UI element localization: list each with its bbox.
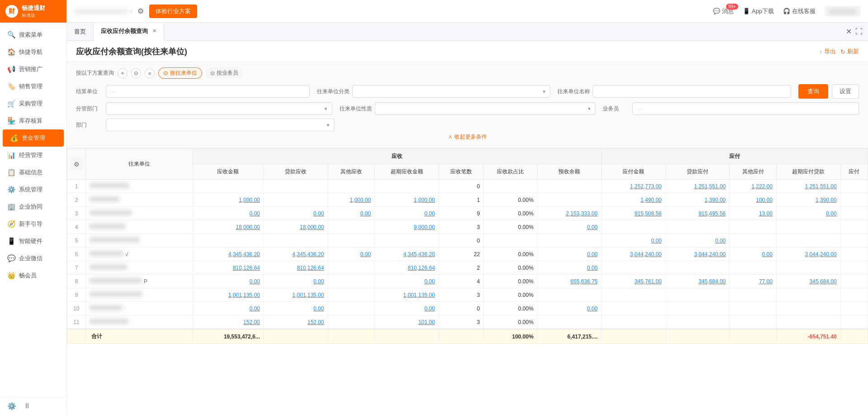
sidebar-label-hardware: 智能硬件 xyxy=(19,237,42,245)
top-header: › ⚙ 体验行业方案 💬 消息 99+ 📱 App下载 🎧 在线客服 xyxy=(67,0,868,23)
tabbar-expand-button[interactable]: ⛶ xyxy=(855,28,863,36)
header-right: 💬 消息 99+ 📱 App下载 🎧 在线客服 xyxy=(713,6,861,16)
sidebar-label-operation: 经营管理 xyxy=(19,151,42,159)
sidebar-item-marketing[interactable]: 📢营销推广 xyxy=(0,61,66,78)
scheme-add-button[interactable]: + xyxy=(118,68,127,78)
col-settings-header[interactable]: ⚙ xyxy=(67,149,86,180)
department-label: 部门 xyxy=(76,121,103,129)
pause-bottom-icon[interactable]: ⏸ xyxy=(24,402,31,410)
settlement-input[interactable]: ··· xyxy=(106,85,310,98)
table-row: 101,252,773.001,251,551.001,222.001,251,… xyxy=(67,180,868,193)
tab-receivable[interactable]: 应收应付余额查询 ✕ xyxy=(94,23,164,41)
trial-button[interactable]: 体验行业方案 xyxy=(149,5,197,18)
sidebar-item-guide[interactable]: 🧭新手引导 xyxy=(0,215,66,233)
scheme-partner-tab[interactable]: ⊙ 按往来单位 xyxy=(158,67,202,79)
sidebar-label-wechat: 企业微信 xyxy=(19,254,42,262)
col-receivable-ratio: 应收款占比 xyxy=(484,164,538,180)
col-payable-loan: 贷款应付 xyxy=(665,164,730,180)
collapse-button[interactable]: ∧ 收起更多条件 xyxy=(76,131,859,143)
partner-category-label: 往来单位分类 xyxy=(317,88,349,95)
partner-nature-input[interactable]: ▼ xyxy=(375,102,596,115)
scheme-salesperson-tab[interactable]: ⊙ 按业务员 xyxy=(206,68,243,78)
sidebar-label-guide: 新手引导 xyxy=(19,220,42,228)
sidebar-item-quick[interactable]: 🏠快捷导航 xyxy=(0,43,66,61)
department-input[interactable]: ▼ xyxy=(106,119,335,131)
col-receivable-group: 应收 xyxy=(193,149,602,164)
settings-bottom-icon[interactable]: ⚙️ xyxy=(7,402,16,410)
sidebar-item-operation[interactable]: 📊经营管理 xyxy=(0,147,66,164)
sidebar-item-enterprise[interactable]: 🏢企业协同 xyxy=(0,198,66,215)
partner-category-arrow: ▼ xyxy=(542,89,546,94)
tab-close-icon[interactable]: ✕ xyxy=(152,28,156,34)
online-service-button[interactable]: 🎧 在线客服 xyxy=(783,7,816,15)
sidebar-icon-basic: 📋 xyxy=(7,168,15,176)
managing-dept-input[interactable]: ▼ xyxy=(106,102,332,115)
partner-category-input[interactable]: ▼ xyxy=(352,85,551,98)
col-receivable-count: 应收笔数 xyxy=(439,164,484,180)
field-settlement: 结算单位 ··· xyxy=(76,85,310,98)
export-button[interactable]: ↑ 导出 xyxy=(820,48,836,56)
col-other-receivable: 其他应收 xyxy=(328,164,375,180)
managing-dept-arrow: ▼ xyxy=(324,106,328,111)
setting-button[interactable]: 设置 xyxy=(832,84,859,99)
sidebar-item-search[interactable]: 🔍搜索菜单 xyxy=(0,26,66,43)
page-title: 应收应付余额查询(按往来单位) xyxy=(76,46,187,57)
salesperson-input[interactable]: ··· xyxy=(632,102,859,115)
sidebar-label-finance: 资金管理 xyxy=(22,134,45,142)
sidebar-label-quick: 快捷导航 xyxy=(19,48,42,56)
gear-icon[interactable]: ⚙ xyxy=(137,7,144,15)
sidebar-item-purchase[interactable]: 🛒采购管理 xyxy=(0,95,66,112)
salesperson-dots: ··· xyxy=(637,105,644,112)
table-row: 500.000.00 xyxy=(67,234,868,248)
col-payable-extra: 应付 xyxy=(840,164,868,180)
tab-home-label: 首页 xyxy=(74,28,86,36)
table-row: 100.000.000.0000.00%0.00 xyxy=(67,302,868,315)
logo-sub: 标准版 xyxy=(22,12,45,19)
sidebar-label-inventory: 库存核算 xyxy=(19,117,42,125)
app-download-button[interactable]: 📱 App下载 xyxy=(743,7,774,15)
tabbar-close-button[interactable]: ✕ xyxy=(846,27,852,36)
sidebar-item-basic[interactable]: 📋基础信息 xyxy=(0,164,66,181)
message-button[interactable]: 💬 消息 99+ xyxy=(713,7,734,15)
filter-schemes: 按以下方案查询 + ⊙ « ⊙ 按往来单位 ⊙ 按业务员 xyxy=(76,67,859,79)
breadcrumb: › xyxy=(74,8,132,14)
scheme-edit-button[interactable]: ⊙ xyxy=(131,68,141,78)
partner-cell xyxy=(86,234,193,248)
query-button[interactable]: 查询 xyxy=(798,84,828,99)
sidebar-item-sales[interactable]: 🏷️销售管理 xyxy=(0,78,66,95)
page-actions: ↑ 导出 ↻ 刷新 xyxy=(820,48,859,56)
field-salesperson: 业务员 ··· xyxy=(603,102,859,115)
sidebar-item-wechat[interactable]: 💬企业微信 xyxy=(0,250,66,267)
sidebar-icon-finance: 💰 xyxy=(10,134,18,142)
tab-home[interactable]: 首页 xyxy=(67,23,94,41)
table-row: 30.000.000.000.0090.00%2,153,333.00915,5… xyxy=(67,207,868,220)
table-settings-icon[interactable]: ⚙ xyxy=(70,158,83,171)
user-profile[interactable] xyxy=(825,6,861,16)
col-receivable-amount: 应收金额 xyxy=(193,164,264,180)
sidebar-item-finance[interactable]: 💰资金管理 xyxy=(3,129,64,147)
sidebar-menu: 🔍搜索菜单🏠快捷导航📢营销推广🏷️销售管理🛒采购管理🏪库存核算💰资金管理📊经营管… xyxy=(0,23,66,397)
sidebar-item-member[interactable]: 👑畅会员 xyxy=(0,267,66,284)
sidebar-icon-hardware: 📱 xyxy=(7,237,15,245)
partner-name-input[interactable] xyxy=(593,85,791,98)
sidebar-icon-operation: 📊 xyxy=(7,151,15,159)
partner-cell xyxy=(86,302,193,315)
sidebar-label-basic: 基础信息 xyxy=(19,168,42,176)
sidebar: 财 畅捷通财 标准版 🔍搜索菜单🏠快捷导航📢营销推广🏷️销售管理🛒采购管理🏪库存… xyxy=(0,0,67,415)
sidebar-item-inventory[interactable]: 🏪库存核算 xyxy=(0,112,66,129)
col-payable-group: 应付 xyxy=(601,149,868,164)
scheme-arrow-button[interactable]: « xyxy=(145,68,155,78)
field-partner-nature: 往来单位性质 ▼ xyxy=(340,102,596,115)
sidebar-icon-quick: 🏠 xyxy=(7,48,15,56)
service-icon: 🎧 xyxy=(783,8,790,14)
refresh-button[interactable]: ↻ 刷新 xyxy=(840,48,859,56)
scheme-label: 按以下方案查询 xyxy=(76,69,114,77)
main-content: 应收应付余额查询(按往来单位) ↑ 导出 ↻ 刷新 按以下方案查询 + ⊙ « … xyxy=(67,41,868,415)
sidebar-item-system[interactable]: ⚙️系统管理 xyxy=(0,181,66,198)
filter-row-2: 分管部门 ▼ 往来单位性质 ▼ 业务员 ··· xyxy=(76,102,859,115)
sidebar-item-hardware[interactable]: 📱智能硬件 xyxy=(0,233,66,250)
table-container[interactable]: ⚙ 往来单位 应收 应付 应收金额 贷款应收 其他应收 超期应收金额 应收笔数 … xyxy=(67,148,868,415)
table-row: 21,000.001,000.001,000.0010.00%1,490.001… xyxy=(67,193,868,207)
field-partner-name: 往来单位名称 xyxy=(557,85,791,98)
col-receivable-loan: 贷款应收 xyxy=(264,164,328,180)
